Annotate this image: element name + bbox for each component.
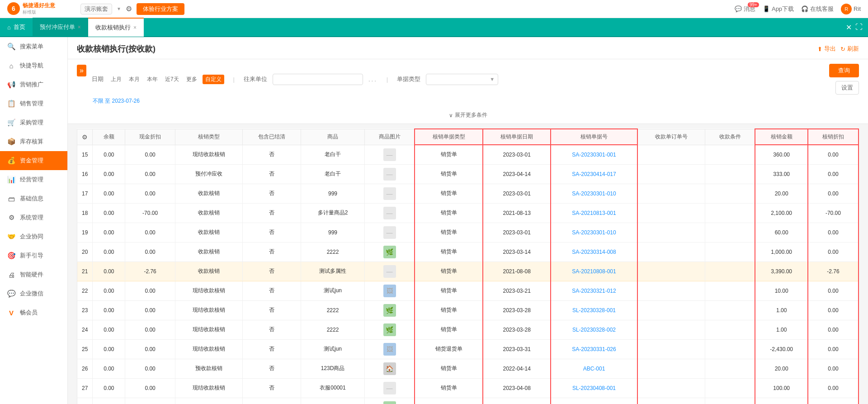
table-settings-btn[interactable]: 设置 (835, 81, 859, 95)
cell-goods-image: — (364, 184, 415, 203)
verify-bill-no-link[interactable]: SL-20230328-002 (572, 327, 616, 333)
sidebar-item-member[interactable]: V 畅会员 (0, 303, 67, 322)
settings-icon[interactable]: ⚙ (126, 5, 132, 13)
expand-conditions-btn[interactable]: ∨ 展开更多条件 (449, 111, 487, 119)
sidebar-hardware-label: 智能硬件 (20, 271, 43, 279)
verify-bill-no-link[interactable]: SA-20230301-010 (572, 190, 616, 197)
cell-balance: 0.00 (93, 398, 125, 404)
verify-bill-no-link[interactable]: SL-20230328-001 (572, 307, 616, 314)
partner-input[interactable] (273, 74, 363, 85)
sidebar-item-quicknav[interactable]: ⌂ 快捷导航 (0, 56, 67, 75)
verify-bill-no-link[interactable]: SA-20230321-012 (572, 288, 616, 294)
table-row: 17 0.00 0.00 收款核销 否 999 — 销货单 2023-03-01… (77, 184, 859, 203)
cell-goods-image: — (364, 223, 415, 242)
close-window-icon[interactable]: ✕ (846, 23, 852, 32)
cell-cash-discount: 0.00 (125, 223, 175, 242)
window-controls: ✕ ⛶ (846, 23, 868, 32)
cell-receipt-order-no (637, 378, 705, 398)
th-goods: 商品 (301, 129, 364, 145)
table-header-row: ⚙ 余额 现金折扣 核销类型 包含已结清 商品 商品图片 核销单据类型 核销单据… (77, 129, 859, 145)
cell-cash-discount: 0.00 (125, 184, 175, 203)
verify-bill-no-link[interactable]: SA-20230301-001 (572, 152, 616, 158)
table-container[interactable]: ⚙ 余额 现金折扣 核销类型 包含已结清 商品 商品图片 核销单据类型 核销单据… (68, 124, 868, 404)
sidebar-item-collab[interactable]: 🤝 企业协同 (0, 227, 67, 246)
table-row: 15 0.00 0.00 现结收款核销 否 老白干 — 销货单 2023-03-… (77, 145, 859, 164)
sidebar-item-basic[interactable]: 🗃 基础信息 (0, 189, 67, 208)
date-link-more[interactable]: 更多 (184, 75, 199, 84)
cell-verify-amount: 333.00 (755, 164, 807, 184)
sidebar-item-wechat[interactable]: 💬 企业微信 (0, 284, 67, 303)
verify-bill-no-link[interactable]: SA-20230414-017 (572, 171, 616, 177)
app-icon: 📱 (763, 5, 770, 12)
page-title: 收款核销执行(按收款) (77, 43, 156, 54)
th-receipt-condition: 收款条件 (705, 129, 755, 145)
date-link-custom[interactable]: 自定义 (203, 75, 224, 84)
user-name: Rit (854, 5, 861, 12)
filter-expand-icon[interactable]: » (77, 65, 86, 76)
industry-btn[interactable]: 体验行业方案 (137, 3, 184, 15)
cell-goods: 老白干 (301, 145, 364, 164)
user-info[interactable]: R Rit (841, 4, 861, 14)
sidebar-item-guide[interactable]: 🎯 新手引导 (0, 246, 67, 265)
verify-bill-no-link[interactable]: SL-20230408-001 (572, 385, 616, 391)
verify-bill-no-link[interactable]: SA-20230331-026 (572, 346, 616, 352)
sidebar-item-hardware[interactable]: 🖨 智能硬件 (0, 265, 67, 284)
date-link-last-month[interactable]: 上月 (109, 75, 123, 84)
cell-verify-bill-type: 销货单 (415, 281, 482, 300)
logo-text-area: 畅捷通好生意 标维版 (23, 2, 55, 15)
quicknav-icon: ⌂ (7, 62, 15, 70)
online-service[interactable]: 🎧 在线客服 (801, 5, 834, 13)
sidebar-item-search[interactable]: 🔍 搜索菜单 (0, 37, 67, 56)
sidebar-item-management[interactable]: 📊 经营管理 (0, 170, 67, 189)
sidebar-item-marketing[interactable]: 📢 营销推广 (0, 75, 67, 94)
verify-bill-no-link[interactable]: SA-20210808-001 (572, 268, 616, 275)
company-name[interactable]: 演示账套 (80, 4, 112, 14)
column-settings-icon[interactable]: ⚙ (82, 133, 88, 141)
app-download[interactable]: 📱 App下载 (763, 5, 794, 13)
query-btn[interactable]: 查询 (829, 64, 859, 77)
page-header: 收款核销执行(按收款) ⬆ 导出 ↻ 刷新 (68, 37, 868, 59)
cell-receipt-condition (705, 398, 755, 404)
cell-balance: 0.00 (93, 359, 125, 378)
cell-verify-discount: 0.00 (808, 145, 859, 164)
maximize-window-icon[interactable]: ⛶ (855, 23, 863, 31)
tab-prepay-close[interactable]: × (78, 24, 81, 30)
refresh-btn[interactable]: ↻ 刷新 (840, 45, 859, 53)
bill-type-select[interactable] (426, 74, 498, 85)
cell-id: 19 (77, 223, 93, 242)
goods-image: 🌿 (383, 401, 396, 404)
sidebar-item-sales[interactable]: 📋 销售管理 (0, 94, 67, 113)
cell-verify-bill-type: 销货单 (415, 184, 482, 203)
tab-home[interactable]: ⌂ 首页 (0, 18, 33, 37)
tab-receipt-verify-close[interactable]: × (133, 24, 137, 31)
cell-verify-discount: -70.00 (808, 203, 859, 223)
sidebar-item-purchase[interactable]: 🛒 采购管理 (0, 113, 67, 132)
date-link-this-year[interactable]: 本年 (145, 75, 160, 84)
tab-prepay[interactable]: 预付冲应付单 × (33, 18, 88, 37)
sidebar-item-inventory[interactable]: 📦 库存核算 (0, 132, 67, 151)
verify-bill-no-link[interactable]: SA-20230314-008 (572, 249, 616, 255)
verify-bill-no-link[interactable]: ABC-001 (583, 366, 605, 372)
cell-verify-amount: 100.00 (755, 378, 807, 398)
sidebar-basic-label: 基础信息 (20, 195, 43, 203)
company-dropdown-icon[interactable]: ▼ (117, 6, 121, 11)
cell-verify-bill-no: SA-20230314-008 (551, 242, 637, 261)
sidebar-item-finance[interactable]: 💰 资金管理 (0, 151, 67, 170)
sidebar-item-system[interactable]: ⚙ 系统管理 (0, 208, 67, 227)
cell-goods-image: 🌿 (364, 242, 415, 261)
verify-bill-no-link[interactable]: SA-20230301-010 (572, 229, 616, 236)
export-btn[interactable]: ⬆ 导出 (817, 45, 836, 53)
sidebar-collab-label: 企业协同 (20, 233, 43, 241)
date-link-7days[interactable]: 近7天 (163, 75, 181, 84)
goods-image: — (383, 382, 396, 394)
table-row: 18 0.00 -70.00 收款核销 否 多计量商品2 — 销货单 2021-… (77, 203, 859, 223)
verify-bill-no-link[interactable]: SA-20210813-001 (572, 210, 616, 216)
page-area: 收款核销执行(按收款) ⬆ 导出 ↻ 刷新 » 日期 (68, 37, 868, 404)
cell-verify-discount: 0.00 (808, 300, 859, 320)
notification-area[interactable]: 💬 消息 99+ (735, 5, 755, 13)
sidebar: 🔍 搜索菜单 ⌂ 快捷导航 📢 营销推广 📋 销售管理 🛒 采购管理 📦 库存核… (0, 37, 68, 404)
cell-receipt-order-no (637, 359, 705, 378)
cell-verify-amount: 10.00 (755, 281, 807, 300)
date-link-this-month[interactable]: 本月 (127, 75, 142, 84)
tab-receipt-verify[interactable]: 收款核销执行 × (88, 18, 144, 37)
